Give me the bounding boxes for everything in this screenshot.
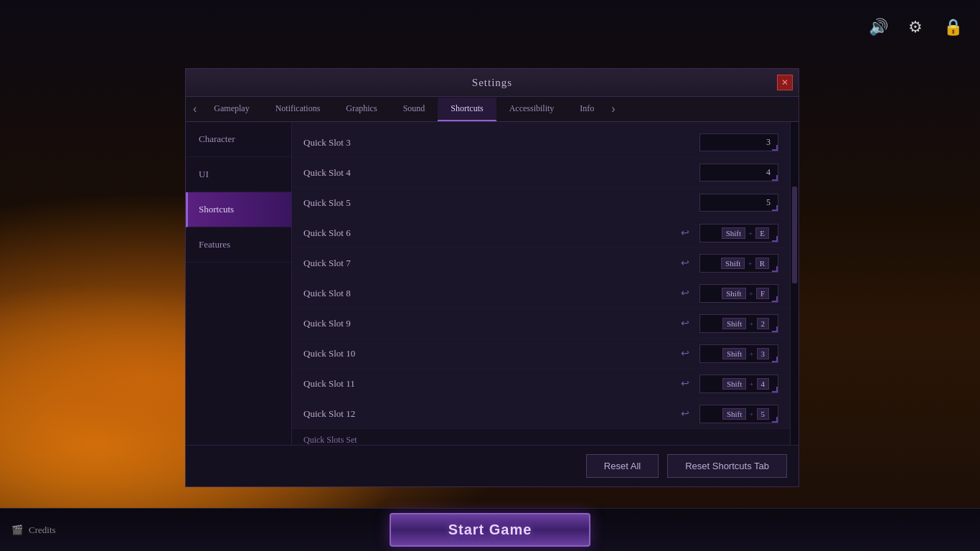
modal-title-bar: Settings ✕	[186, 69, 798, 97]
key-separator: +	[749, 289, 753, 298]
key-separator: +	[749, 349, 753, 358]
close-button[interactable]: ✕	[777, 75, 793, 90]
tab-gameplay[interactable]: Gameplay	[201, 98, 262, 121]
modifier-key: Shift	[722, 288, 745, 299]
table-row: Quick Slot 11 ↩ Shift + 4	[292, 369, 790, 399]
key-binding[interactable]: Shift + 3	[699, 344, 778, 363]
table-row: Quick Slot 3 3	[292, 128, 790, 158]
scrollbar-track[interactable]	[790, 122, 798, 445]
modifier-key: Shift	[722, 408, 746, 420]
reset-all-button[interactable]: Reset All	[586, 454, 659, 478]
reset-shortcuts-tab-button[interactable]: Reset Shortcuts Tab	[667, 454, 787, 478]
key-value: 5	[757, 408, 770, 420]
tab-info[interactable]: Info	[567, 98, 607, 121]
key-separator: +	[748, 229, 753, 237]
sidebar-item-features[interactable]: Features	[186, 227, 291, 263]
shortcut-label: Quick Slot 3	[303, 137, 699, 149]
scrollbar-thumb[interactable]	[792, 187, 797, 283]
key-separator: +	[749, 380, 753, 388]
reset-icon[interactable]: ↩	[677, 225, 694, 242]
tab-next-button[interactable]: ›	[607, 97, 619, 121]
table-row: Quick Slot 4 4	[292, 158, 790, 188]
shortcut-label: Quick Slot 11	[303, 378, 677, 390]
start-game-button[interactable]: Start Game	[390, 513, 591, 547]
key-binding[interactable]: Shift + E	[699, 224, 778, 242]
shortcut-label: Quick Slot 10	[303, 348, 677, 359]
table-row: Quick Slot 12 ↩ Shift + 5	[292, 399, 790, 429]
key-value: 4	[757, 378, 770, 390]
shortcut-label: Quick Slot 4	[303, 167, 699, 179]
shortcut-label: Quick Slot 5	[303, 197, 699, 209]
right-content: Quick Slot 3 3 Quick Slot 4 4	[292, 122, 798, 445]
table-row: Quick Slot 7 ↩ Shift + R	[292, 248, 790, 278]
modifier-key: Shift	[722, 227, 745, 239]
modal-footer: Reset All Reset Shortcuts Tab	[186, 445, 798, 486]
reset-icon[interactable]: ↩	[677, 285, 694, 302]
key-value: 5	[766, 197, 771, 208]
table-row: Quick Slot 9 ↩ Shift + 2	[292, 309, 790, 339]
reset-icon[interactable]: ↩	[677, 255, 694, 272]
key-value: R	[755, 258, 769, 269]
key-binding[interactable]: Shift + 4	[699, 375, 778, 393]
reset-icon[interactable]: ↩	[677, 345, 694, 362]
key-value: F	[756, 288, 769, 299]
key-binding[interactable]: Shift + F	[699, 284, 778, 303]
modifier-key: Shift	[722, 318, 746, 329]
key-binding[interactable]: 4	[699, 164, 778, 182]
key-binding[interactable]: 5	[699, 194, 778, 212]
key-binding[interactable]: Shift + 5	[699, 405, 778, 423]
sound-icon[interactable]: 🔊	[865, 14, 891, 40]
key-value: 2	[757, 318, 770, 329]
shortcuts-list: Quick Slot 3 3 Quick Slot 4 4	[292, 122, 790, 445]
tab-accessibility[interactable]: Accessibility	[496, 98, 567, 121]
modifier-key: Shift	[722, 348, 746, 359]
key-value: 3	[757, 348, 770, 359]
key-value: E	[755, 227, 769, 239]
tab-sound[interactable]: Sound	[390, 98, 438, 121]
key-separator: +	[749, 319, 753, 328]
key-binding[interactable]: Shift + 2	[699, 314, 778, 333]
tab-notifications[interactable]: Notifications	[263, 98, 334, 121]
tabs-bar: ‹ Gameplay Notifications Graphics Sound …	[186, 97, 798, 122]
table-row: Quick Slot 5 5	[292, 188, 790, 218]
table-row: Quick Slot 10 ↩ Shift + 3	[292, 339, 790, 369]
reset-icon[interactable]: ↩	[677, 375, 694, 392]
modifier-key: Shift	[722, 378, 746, 390]
tab-shortcuts[interactable]: Shortcuts	[438, 98, 496, 121]
sidebar-item-ui[interactable]: UI	[186, 157, 291, 192]
key-separator: +	[749, 410, 753, 418]
shortcut-label: Quick Slot 7	[303, 258, 677, 269]
left-sidebar: Character UI Shortcuts Features	[186, 122, 292, 445]
reset-icon[interactable]: ↩	[677, 315, 694, 332]
key-separator: +	[748, 259, 752, 268]
shortcut-label: Quick Slot 12	[303, 408, 677, 420]
key-binding[interactable]: Shift + R	[699, 254, 778, 273]
modal-content: Character UI Shortcuts Features Quick Sl…	[186, 122, 798, 445]
shortcut-label: Quick Slot 9	[303, 318, 677, 329]
start-game-container: Start Game	[0, 508, 980, 551]
profile-icon[interactable]: 🔒	[940, 14, 966, 40]
tab-graphics[interactable]: Graphics	[333, 98, 390, 121]
table-row: Quick Slot 8 ↩ Shift + F	[292, 278, 790, 309]
modal-title: Settings	[472, 77, 512, 88]
tab-prev-button[interactable]: ‹	[189, 97, 201, 121]
top-icons: 🔊 ⚙ 🔒	[865, 14, 966, 40]
section-label: Quick Slots Set	[292, 429, 790, 445]
key-binding[interactable]: 3	[699, 133, 778, 151]
reset-icon[interactable]: ↩	[677, 405, 694, 423]
key-value: 4	[766, 167, 771, 178]
settings-modal: Settings ✕ ‹ Gameplay Notifications Grap…	[185, 68, 799, 487]
key-value: 3	[766, 137, 771, 148]
shortcut-label: Quick Slot 6	[303, 227, 677, 239]
modifier-key: Shift	[721, 258, 745, 269]
table-row: Quick Slot 6 ↩ Shift + E	[292, 218, 790, 248]
shortcut-label: Quick Slot 8	[303, 288, 677, 299]
settings-icon[interactable]: ⚙	[903, 14, 928, 40]
sidebar-item-character[interactable]: Character	[186, 122, 291, 157]
sidebar-item-shortcuts[interactable]: Shortcuts	[186, 192, 291, 227]
